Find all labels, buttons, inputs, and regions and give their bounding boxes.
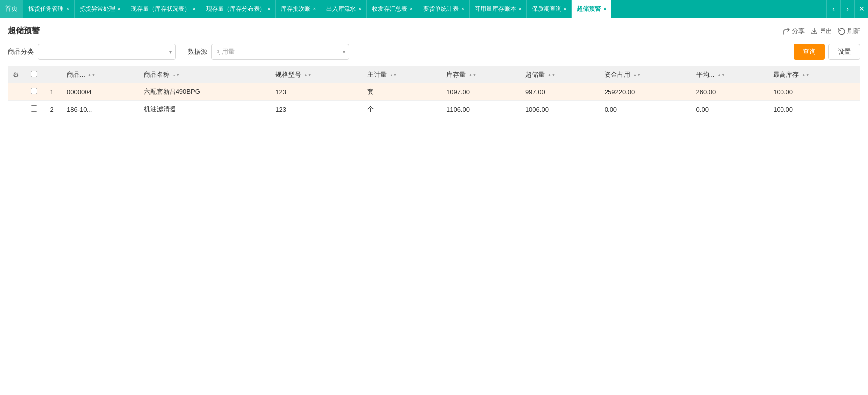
nav-arrows: ‹ › ✕ [826,0,868,18]
page-container: 超储预警 分享 导出 刷新 商品 [0,18,868,395]
row-spec: 123 [270,83,362,101]
nav-tab-label: 库存批次账 [281,5,310,13]
row-number: 2 [42,101,62,118]
nav-tab-close-icon[interactable]: × [358,6,361,12]
export-button[interactable]: 导出 [811,27,832,36]
nav-tab-label: 收发存汇总表 [372,5,407,13]
export-icon [811,28,818,35]
nav-tab-overstock-warning[interactable]: 超储预警× [572,0,611,18]
nav-tab-available-stock[interactable]: 可用量库存账本× [470,0,527,18]
row-product-name: 六配套新昌490BPG [139,83,271,101]
settings-button[interactable]: 设置 [828,44,860,60]
nav-tab-stock-dist[interactable]: 现存量（库存分布表）× [201,0,276,18]
nav-tab-close-icon[interactable]: × [193,6,196,12]
sort-spec-icon: ▲▼ [304,73,312,77]
nav-tab-label: 拣货任务管理 [28,5,64,13]
page-header: 超储预警 分享 导出 刷新 [8,26,860,36]
header-actions: 分享 导出 刷新 [783,27,860,36]
row-product-code: 186-10... [62,101,139,118]
col-capital[interactable]: 资金占用 ▲▼ [600,66,692,83]
row-checkbox[interactable] [31,105,37,112]
nav-tab-close-icon[interactable]: × [519,6,521,12]
sort-stock-icon: ▲▼ [469,73,477,77]
row-checkbox-cell [26,101,42,118]
nav-tab-receive-send[interactable]: 收发存汇总表× [367,0,418,18]
nav-tab-label: 出入库流水 [326,5,356,13]
col-row-num [42,66,62,83]
nav-tab-home[interactable]: 首页 [0,0,23,18]
row-overstock: 997.00 [521,83,600,101]
row-unit: 套 [362,83,441,101]
sort-product-code-icon: ▲▼ [87,73,95,77]
row-max-stock: 100.00 [768,101,860,118]
nav-tab-stock-status[interactable]: 现存量（库存状况表）× [126,0,201,18]
share-button[interactable]: 分享 [783,27,805,36]
table-header-row: ⚙ 商品... ▲▼ 商品名称 ▲▼ 规格型号 ▲▼ [8,66,860,83]
col-checkbox-header [26,66,42,83]
refresh-button[interactable]: 刷新 [838,27,860,36]
sort-capital-icon: ▲▼ [633,73,641,77]
sort-avg-icon: ▲▼ [717,73,725,77]
category-chevron-icon: ▾ [169,49,172,55]
col-unit[interactable]: 主计量 ▲▼ [362,66,441,83]
datasource-select[interactable]: 可用量 ▾ [211,44,349,60]
nav-tab-close-icon[interactable]: × [66,6,69,12]
row-product-name: 机油滤清器 [139,101,271,118]
nav-tab-label: 现存量（库存状况表） [131,5,190,13]
nav-tab-batch[interactable]: 库存批次账× [276,0,321,18]
nav-right-arrow[interactable]: › [840,0,854,18]
table-row: 2 186-10... 机油滤清器 123 个 1106.00 1006.00 … [8,101,860,118]
sort-product-name-icon: ▲▼ [172,73,180,77]
nav-tab-close-icon[interactable]: × [564,6,567,12]
nav-tab-label: 保质期查询 [532,5,562,13]
row-unit: 个 [362,101,441,118]
row-product-code: 0000004 [62,83,139,101]
page-title: 超储预警 [8,26,40,36]
category-filter: 商品分类 ▾ [8,44,176,60]
select-all-checkbox[interactable] [31,71,37,77]
datasource-label: 数据源 [188,47,207,56]
row-spec: 123 [270,101,362,118]
nav-tab-close-icon[interactable]: × [410,6,413,12]
nav-tab-label: 现存量（库存分布表） [206,5,265,13]
col-avg[interactable]: 平均... ▲▼ [692,66,769,83]
row-checkbox[interactable] [31,88,37,94]
nav-left-arrow[interactable]: ‹ [826,0,840,18]
col-product-name[interactable]: 商品名称 ▲▼ [139,66,271,83]
row-avg: 0.00 [692,101,769,118]
col-spec[interactable]: 规格型号 ▲▼ [270,66,362,83]
nav-tab-order-stats[interactable]: 要货单统计表× [418,0,470,18]
nav-tab-close-icon[interactable]: × [603,6,606,12]
top-nav: 首页 拣货任务管理×拣货异常处理×现存量（库存状况表）×现存量（库存分布表）×库… [0,0,868,18]
nav-tab-label: 可用量库存账本 [475,5,516,13]
col-overstock[interactable]: 超储量 ▲▼ [521,66,600,83]
nav-tab-close-icon[interactable]: × [461,6,464,12]
nav-tab-task-mgmt[interactable]: 拣货任务管理× [23,0,75,18]
nav-tab-abnormal[interactable]: 拣货异常处理× [75,0,126,18]
gear-settings-icon[interactable]: ⚙ [13,71,19,79]
nav-close-btn[interactable]: ✕ [854,0,868,18]
col-gear: ⚙ [8,66,26,83]
row-checkbox-cell [26,83,42,101]
row-gear-cell [8,101,26,118]
nav-tab-close-icon[interactable]: × [268,6,271,12]
share-icon [783,28,790,35]
nav-tab-inout-flow[interactable]: 出入库流水× [321,0,367,18]
nav-tab-close-icon[interactable]: × [313,6,316,12]
filter-row: 商品分类 ▾ 数据源 可用量 ▾ 查询 设置 [8,44,860,60]
nav-tab-quality-check[interactable]: 保质期查询× [527,0,572,18]
col-stock[interactable]: 库存量 ▲▼ [441,66,521,83]
datasource-filter: 数据源 可用量 ▾ [188,44,349,60]
col-max-stock[interactable]: 最高库存 ▲▼ [768,66,860,83]
row-stock: 1106.00 [441,101,521,118]
row-capital: 259220.00 [600,83,692,101]
sort-unit-icon: ▲▼ [390,73,397,77]
query-button[interactable]: 查询 [794,44,825,60]
table-row: 1 0000004 六配套新昌490BPG 123 套 1097.00 997.… [8,83,860,101]
nav-tab-close-icon[interactable]: × [118,6,121,12]
sort-max-stock-icon: ▲▼ [802,73,810,77]
row-avg: 260.00 [692,83,769,101]
category-select[interactable]: ▾ [38,44,176,60]
col-product-code[interactable]: 商品... ▲▼ [62,66,139,83]
nav-tab-label: 拣货异常处理 [80,5,115,13]
